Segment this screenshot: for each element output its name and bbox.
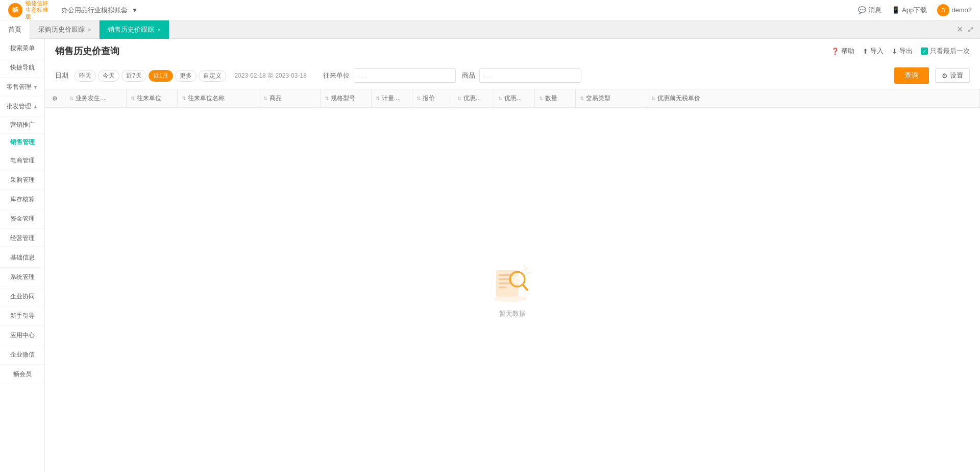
query-button[interactable]: 查询 (894, 67, 929, 84)
sidebar-ecomm-label: 电商管理 (10, 156, 35, 165)
import-button[interactable]: ⬆ 导入 (863, 46, 884, 56)
sidebar-item-base-info[interactable]: 基础信息 (0, 248, 44, 268)
th-product-label: 商品 (270, 94, 282, 103)
sidebar-item-membership[interactable]: 畅会员 (0, 365, 44, 384)
date-btn-custom[interactable]: 自定义 (199, 70, 226, 82)
product-label: 商品 (462, 71, 475, 80)
th-from-unit-name[interactable]: ⇅ 往来单位名称 (178, 89, 259, 107)
sort-icon-trade: ⇅ (580, 96, 584, 101)
sidebar-item-quick-nav[interactable]: 快捷导航 (0, 58, 44, 78)
th-from-unit[interactable]: ⇅ 往来单位 (127, 89, 178, 107)
export-icon: ⬇ (892, 48, 897, 55)
th-product[interactable]: ⇅ 商品 (259, 89, 321, 107)
sidebar-item-sales-mgmt[interactable]: 销售管理 (0, 134, 44, 151)
th-biz-date[interactable]: ⇅ 业务发生... (65, 89, 127, 107)
from-unit-input[interactable]: ... (354, 68, 456, 83)
empty-illustration (487, 262, 538, 303)
date-btn-last7[interactable]: 近7天 (121, 70, 146, 82)
content-area: 销售历史价查询 ❓ 帮助 ⬆ 导入 ⬇ 导出 ✓ (45, 39, 980, 472)
tab-home[interactable]: 首页 (0, 20, 30, 39)
sidebar-item-ecomm[interactable]: 电商管理 (0, 151, 44, 171)
settings-button[interactable]: ⚙ 设置 (935, 68, 970, 83)
sidebar-item-app-center[interactable]: 应用中心 (0, 326, 44, 345)
sidebar-item-enterprise[interactable]: 企业协同 (0, 287, 44, 306)
sidebar-item-inventory[interactable]: 库存核算 (0, 190, 44, 209)
message-item[interactable]: 💬 消息 (858, 6, 881, 15)
date-btn-yesterday[interactable]: 昨天 (75, 70, 96, 82)
sidebar-item-search-menu[interactable]: 搜索菜单 (0, 39, 44, 58)
th-discount-notax[interactable]: ⇅ 优惠前无税单价 (647, 89, 980, 107)
sidebar-item-wholesale-mgmt[interactable]: 批发管理 ▲ (0, 97, 44, 116)
sort-icon-from-name: ⇅ (182, 96, 186, 101)
product-dots: ... (484, 72, 494, 79)
th-spec[interactable]: ⇅ 规格型号 (321, 89, 372, 107)
th-unit[interactable]: ⇅ 计量... (372, 89, 412, 107)
date-btn-last1m[interactable]: 近1月 (149, 70, 174, 82)
expand-window-button[interactable]: ⤢ (967, 25, 974, 34)
th-discount-amt[interactable]: ⇅ 优惠... (494, 89, 535, 107)
sort-icon-from: ⇅ (131, 96, 135, 101)
sort-icon-biz: ⇅ (69, 96, 74, 101)
sidebar-item-sys-mgmt[interactable]: 系统管理 (0, 268, 44, 287)
settings-icon: ⚙ (942, 72, 948, 80)
date-btn-today[interactable]: 今天 (98, 70, 119, 82)
product-input[interactable]: ... (479, 68, 581, 83)
sidebar-wholesale-label: 批发管理 (7, 102, 31, 111)
tab-sales-close[interactable]: × (157, 27, 160, 33)
th-price[interactable]: ⇅ 报价 (412, 89, 453, 107)
tab-sales-label: 销售历史价跟踪 (108, 25, 154, 34)
message-label: 消息 (868, 6, 881, 15)
page-header: 销售历史价查询 ❓ 帮助 ⬆ 导入 ⬇ 导出 ✓ (45, 39, 980, 89)
window-controls: ✕ ⤢ (950, 25, 980, 34)
tab-purchase-close[interactable]: × (88, 27, 91, 33)
sidebar-item-marketing[interactable]: 营销推广 (0, 116, 44, 134)
tab-purchase-label: 采购历史价跟踪 (38, 25, 85, 34)
import-label: 导入 (870, 46, 884, 56)
th-settings[interactable]: ⚙ (45, 89, 65, 107)
th-unit-label: 计量... (382, 94, 399, 103)
import-icon: ⬆ (863, 48, 868, 55)
sidebar-item-corp-wechat[interactable]: 企业微信 (0, 345, 44, 365)
svg-rect-5 (499, 287, 507, 288)
sort-icon-qty: ⇅ (539, 96, 543, 101)
th-biz-label: 业务发生... (76, 94, 105, 103)
th-discount-amt-label: 优惠... (504, 94, 522, 103)
user-area[interactable]: D demo2 (937, 4, 972, 16)
sidebar-item-purchase[interactable]: 采购管理 (0, 171, 44, 190)
sort-icon-notax: ⇅ (651, 96, 655, 101)
sidebar-marketing-label: 营销推广 (10, 121, 35, 128)
top-bar-left: 畅 畅捷信好生意标准版 办公用品行业模拟账套 ▼ (8, 0, 138, 20)
filter-row: 日期 昨天 今天 近7天 近1月 更多 自定义 2023-02-18 至 202… (55, 62, 970, 89)
help-button[interactable]: ❓ 帮助 (831, 46, 854, 56)
sidebar-item-finance[interactable]: 资金管理 (0, 209, 44, 229)
sidebar-item-new-guide[interactable]: 新手引导 (0, 306, 44, 326)
th-qty[interactable]: ⇅ 数量 (535, 89, 576, 107)
export-button[interactable]: ⬇ 导出 (892, 46, 913, 56)
th-discount-rate[interactable]: ⇅ 优惠... (453, 89, 494, 107)
sidebar-appcenter-label: 应用中心 (10, 331, 35, 340)
only-last-checkbox[interactable]: ✓ 只看最后一次 (921, 46, 970, 56)
sidebar-purchase-label: 采购管理 (10, 176, 35, 184)
date-filter-buttons: 昨天 今天 近7天 近1月 更多 自定义 (75, 70, 226, 82)
sidebar-sales-label: 销售管理 (10, 138, 35, 146)
date-filter-label: 日期 (55, 71, 68, 80)
table-header: ⚙ ⇅ 业务发生... ⇅ 往来单位 ⇅ 往来单位名称 ⇅ 商品 (45, 89, 980, 108)
sidebar-item-ops[interactable]: 经营管理 (0, 229, 44, 248)
logo-icon: 畅 (8, 3, 22, 17)
th-from-unit-label: 往来单位 (137, 94, 161, 103)
tab-sales-history[interactable]: 销售历史价跟踪 × (100, 20, 169, 39)
th-trade-type[interactable]: ⇅ 交易类型 (576, 89, 647, 107)
sidebar-item-retail-mgmt[interactable]: 零售管理 ▼ (0, 78, 44, 97)
svg-line-8 (523, 285, 527, 290)
help-label: 帮助 (841, 46, 854, 56)
app-download-item[interactable]: 📱 App下载 (892, 6, 927, 15)
sidebar-newguide-label: 新手引导 (10, 312, 35, 320)
action-buttons: 查询 (894, 67, 929, 84)
date-range-display: 2023-02-18 至 2023-03-18 (234, 72, 306, 80)
close-window-button[interactable]: ✕ (957, 25, 963, 34)
tab-purchase-history[interactable]: 采购历史价跟踪 × (30, 20, 100, 39)
sidebar-inventory-label: 库存核算 (10, 195, 35, 204)
logo-area: 畅 畅捷信好生意标准版 (8, 0, 51, 20)
date-btn-more[interactable]: 更多 (175, 70, 197, 82)
dropdown-icon[interactable]: ▼ (132, 7, 138, 14)
